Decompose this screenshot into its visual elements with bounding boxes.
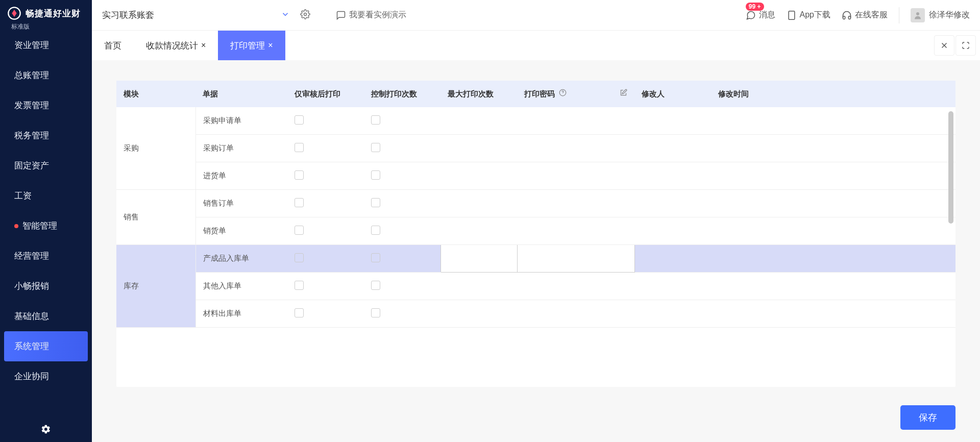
cell-audit-only <box>287 245 364 273</box>
scrollbar[interactable] <box>948 111 953 315</box>
cell-modify-time <box>711 107 955 135</box>
checkbox[interactable] <box>295 115 304 125</box>
cell-audit-only <box>287 135 364 162</box>
cell-doc: 其他入库单 <box>195 273 287 300</box>
table-row: 库存产成品入库单 <box>116 245 955 273</box>
nav-item-label: 基础信息 <box>14 310 49 322</box>
account-settings-icon[interactable] <box>300 9 310 21</box>
checkbox[interactable] <box>371 253 380 262</box>
header-right: 99 + 消息 App下载 在线客服 徐泽华修改 <box>746 7 970 23</box>
nav-item[interactable]: 固定资产 <box>0 151 92 181</box>
cell-max-count <box>440 273 517 300</box>
user-menu[interactable]: 徐泽华修改 <box>911 8 970 22</box>
tab-close-icon[interactable]: × <box>268 41 273 50</box>
th-modify-time: 修改时间 <box>711 81 955 107</box>
nav-item[interactable]: 工资 <box>0 181 92 211</box>
messages-button[interactable]: 99 + 消息 <box>746 10 775 20</box>
checkbox[interactable] <box>295 308 304 317</box>
tab-label: 打印管理 <box>230 40 265 52</box>
table-row: 材料出库单 <box>116 300 955 328</box>
cell-modify-time <box>711 300 955 328</box>
save-button[interactable]: 保存 <box>900 405 955 430</box>
help-icon[interactable] <box>559 89 567 98</box>
scrollbar-thumb[interactable] <box>948 111 953 224</box>
app-download-button[interactable]: App下载 <box>787 10 830 20</box>
close-all-tabs-button[interactable] <box>934 35 954 56</box>
checkbox[interactable] <box>295 253 304 262</box>
sidebar-settings-icon[interactable] <box>41 424 51 436</box>
checkbox[interactable] <box>371 143 380 152</box>
th-audit-only: 仅审核后打印 <box>287 81 364 107</box>
checkbox[interactable] <box>371 170 380 180</box>
table-row: 进货单 <box>116 162 955 190</box>
cell-max-count <box>440 217 517 245</box>
checkbox[interactable] <box>371 226 380 235</box>
th-control-count: 控制打印次数 <box>364 81 440 107</box>
cell-modifier <box>634 107 711 135</box>
svg-point-4 <box>916 12 919 15</box>
sidebar: 畅捷通好业财 标准版 资业管理总账管理发票管理税务管理固定资产工资智能管理经营管… <box>0 0 92 442</box>
checkbox[interactable] <box>371 115 380 125</box>
cell-password <box>517 273 634 300</box>
tab[interactable]: 打印管理× <box>218 31 285 60</box>
th-password-label: 打印密码 <box>524 89 555 98</box>
brand-name: 畅捷通好业财 <box>26 8 81 19</box>
nav-item[interactable]: 系统管理 <box>4 331 88 361</box>
cell-modifier <box>634 135 711 162</box>
brand-logo: 畅捷通好业财 <box>0 0 92 22</box>
checkbox[interactable] <box>295 143 304 152</box>
checkbox[interactable] <box>295 198 304 207</box>
tab-actions <box>934 31 980 60</box>
nav-item[interactable]: 总账管理 <box>0 60 92 90</box>
cell-audit-only <box>287 190 364 217</box>
messages-badge: 99 + <box>746 3 764 11</box>
online-service-label: 在线客服 <box>855 10 888 20</box>
cell-audit-only <box>287 273 364 300</box>
table-row: 其他入库单 <box>116 273 955 300</box>
tab[interactable]: 首页 <box>92 31 134 60</box>
cell-control-count <box>364 162 440 190</box>
cell-max-count[interactable] <box>440 245 517 273</box>
nav-item[interactable]: 小畅报销 <box>0 271 92 301</box>
cell-audit-only <box>287 217 364 245</box>
checkbox[interactable] <box>295 170 304 180</box>
cell-modify-time <box>711 135 955 162</box>
demo-link-label: 我要看实例演示 <box>349 10 406 20</box>
nav-item[interactable]: 企业协同 <box>0 361 92 391</box>
checkbox[interactable] <box>295 281 304 290</box>
checkbox[interactable] <box>371 281 380 290</box>
cell-password[interactable] <box>517 245 634 273</box>
demo-link[interactable]: 我要看实例演示 <box>336 10 406 20</box>
nav-item-label: 固定资产 <box>14 160 49 171</box>
svg-rect-2 <box>789 11 795 19</box>
main-content: 模块 单据 仅审核后打印 控制打印次数 最大打印次数 打印密码 修改 <box>92 60 980 442</box>
th-password: 打印密码 <box>517 81 634 107</box>
fullscreen-button[interactable] <box>955 35 976 56</box>
brand-icon <box>7 6 21 20</box>
nav-item-label: 发票管理 <box>14 100 49 111</box>
tab[interactable]: 收款情况统计× <box>134 31 218 60</box>
cell-doc: 销售订单 <box>195 190 287 217</box>
cell-module: 库存 <box>116 245 195 328</box>
online-service-button[interactable]: 在线客服 <box>842 10 888 20</box>
notification-dot-icon <box>14 224 18 228</box>
divider <box>899 7 899 23</box>
cell-modify-time <box>711 190 955 217</box>
cell-control-count <box>364 245 440 273</box>
tab-close-icon[interactable]: × <box>201 41 206 50</box>
account-selector[interactable]: 实习联系账套 <box>102 9 296 21</box>
nav: 资业管理总账管理发票管理税务管理固定资产工资智能管理经营管理小畅报销基础信息系统… <box>0 35 92 391</box>
nav-item[interactable]: 税务管理 <box>0 120 92 151</box>
checkbox[interactable] <box>295 226 304 235</box>
nav-item[interactable]: 智能管理 <box>0 211 92 241</box>
nav-item[interactable]: 发票管理 <box>0 90 92 120</box>
checkbox[interactable] <box>371 308 380 317</box>
cell-password <box>517 162 634 190</box>
th-max-count: 最大打印次数 <box>440 81 517 107</box>
edit-column-icon[interactable] <box>620 89 627 98</box>
nav-item-label: 工资 <box>14 190 32 202</box>
nav-item[interactable]: 基础信息 <box>0 301 92 331</box>
nav-item[interactable]: 经营管理 <box>0 241 92 271</box>
checkbox[interactable] <box>371 198 380 207</box>
nav-item[interactable]: 资业管理 <box>0 38 92 60</box>
